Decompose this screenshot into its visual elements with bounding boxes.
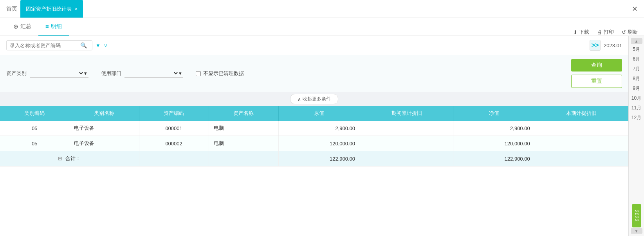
cell-net-value: 2,900.00 <box>453 121 535 136</box>
refresh-icon: ↺ <box>622 29 626 35</box>
home-nav[interactable]: 首页 <box>6 5 17 13</box>
cell-cat-code: 05 <box>0 121 69 136</box>
table-row: 05 电子设备 000002 电脑 120,000.00 120,000.00 <box>0 136 628 151</box>
search-wrap[interactable]: 🔍 <box>6 40 92 50</box>
table-row: 05 电子设备 000001 电脑 2,900.00 2,900.00 <box>0 121 628 136</box>
filter-bar: 🔍 ▼ ∨ >> 2023.01 <box>0 36 628 55</box>
sidebar-month[interactable]: 5月 <box>631 45 641 54</box>
dept-chevron-icon: ▾ <box>179 70 182 76</box>
hide-cleared-wrap[interactable]: 不显示已清理数据 <box>196 70 244 77</box>
print-action[interactable]: 🖨 打印 <box>597 29 614 36</box>
cell-asset-code: 000002 <box>139 136 209 151</box>
filter-actions: 查询 重置 <box>571 59 622 88</box>
hide-cleared-label: 不显示已清理数据 <box>203 70 244 77</box>
filter-icon: ▼ <box>96 43 101 48</box>
total-original-value: 122,900.00 <box>278 151 360 166</box>
sidebar-year: 2023 <box>632 204 641 227</box>
col-net-value: 净值 <box>453 106 535 121</box>
sidebar-scroll-up[interactable]: ▲ <box>631 38 642 44</box>
print-label: 打印 <box>604 29 614 36</box>
summary-icon: ⊛ <box>13 23 18 30</box>
col-current-depreciation: 本期计提折旧 <box>535 106 628 121</box>
cell-original-value: 120,000.00 <box>278 136 360 151</box>
cell-accum-dep <box>360 121 453 136</box>
tab-summary[interactable]: ⊛ 汇总 <box>6 18 38 36</box>
sub-tabs-bar: ⊛ 汇总 ≡ 明细 ⬇ 下载 🖨 打印 ↺ 刷新 <box>0 18 644 36</box>
asset-type-select-wrap[interactable]: ▾ <box>30 69 88 78</box>
dept-field: 使用部门 ▾ <box>101 69 183 78</box>
cell-asset-code: 000001 <box>139 121 209 136</box>
reset-button[interactable]: 重置 <box>571 75 622 88</box>
collapse-icon: ∧ <box>298 97 301 102</box>
tab-actions: ⬇ 下载 🖨 打印 ↺ 刷新 <box>573 29 638 36</box>
tab-label: 固定资产折旧统计表 <box>26 5 72 13</box>
col-cat-code: 类别编码 <box>0 106 69 121</box>
date-nav-btn[interactable]: >> <box>590 40 601 51</box>
cell-cat-name: 电子设备 <box>69 136 139 151</box>
total-icon-cell: ⊞ 合计： <box>0 151 139 166</box>
cell-net-value: 120,000.00 <box>453 136 535 151</box>
dept-select[interactable] <box>126 70 179 77</box>
download-icon: ⬇ <box>573 29 577 35</box>
dept-label: 使用部门 <box>101 70 121 77</box>
filter-chevron-icon: ∨ <box>104 43 108 48</box>
tab-summary-label: 汇总 <box>20 23 31 30</box>
detail-icon: ≡ <box>45 23 49 30</box>
hide-cleared-checkbox[interactable] <box>196 71 201 76</box>
col-original-value: 原值 <box>278 106 360 121</box>
print-icon: 🖨 <box>597 29 602 35</box>
sidebar-month[interactable]: 8月 <box>631 74 641 84</box>
download-label: 下载 <box>579 29 589 36</box>
sidebar-month[interactable]: 10月 <box>631 93 641 103</box>
table-container: 类别编码 类别名称 资产编码 资产名称 原值 期初累计折旧 净值 本期计提折旧 … <box>0 106 628 236</box>
total-label: 合计： <box>65 156 81 161</box>
search-input[interactable] <box>10 43 80 48</box>
cell-current-dep <box>535 136 628 151</box>
refresh-label: 刷新 <box>628 29 638 36</box>
sidebar-month[interactable]: 12月 <box>631 113 641 123</box>
cell-asset-name: 电脑 <box>209 136 278 151</box>
cell-cat-name: 电子设备 <box>69 121 139 136</box>
col-asset-name: 资产名称 <box>209 106 278 121</box>
sidebar-month[interactable]: 9月 <box>631 84 641 93</box>
collapse-bar: ∧ 收起更多条件 <box>0 92 628 106</box>
asset-type-chevron-icon: ▾ <box>84 70 87 76</box>
total-accum-dep <box>360 151 453 166</box>
collapse-label: 收起更多条件 <box>303 96 331 102</box>
total-net-value: 122,900.00 <box>453 151 535 166</box>
asset-type-field: 资产类别 ▾ <box>6 69 88 78</box>
sidebar-month[interactable]: 7月 <box>631 64 641 74</box>
total-row: ⊞ 合计： 122,900.00 122,900.00 <box>0 151 628 166</box>
sidebar-month[interactable]: 6月 <box>631 54 641 64</box>
total-empty1 <box>139 151 209 166</box>
query-button[interactable]: 查询 <box>571 59 622 72</box>
data-table: 类别编码 类别名称 资产编码 资产名称 原值 期初累计折旧 净值 本期计提折旧 … <box>0 106 628 166</box>
asset-type-label: 资产类别 <box>6 70 27 77</box>
more-filter-btn[interactable]: ▼ ∨ <box>96 43 108 48</box>
cell-asset-name: 电脑 <box>209 121 278 136</box>
col-asset-code: 资产编码 <box>139 106 209 121</box>
sidebar-scroll-down[interactable]: ▼ <box>631 228 642 234</box>
tab-close-icon[interactable]: × <box>75 6 78 12</box>
tab-detail[interactable]: ≡ 明细 <box>38 18 69 36</box>
search-icon: 🔍 <box>80 42 87 48</box>
date-label: 2023.01 <box>604 43 622 48</box>
cell-accum-dep <box>360 136 453 151</box>
cell-current-dep <box>535 121 628 136</box>
window-close-icon[interactable]: ✕ <box>632 5 638 13</box>
refresh-action[interactable]: ↺ 刷新 <box>622 29 638 36</box>
sidebar-month[interactable]: 11月 <box>631 103 641 113</box>
main-tab[interactable]: 固定资产折旧统计表 × <box>20 0 83 18</box>
total-current-dep <box>535 151 628 166</box>
tab-detail-label: 明细 <box>51 23 62 30</box>
collapse-button[interactable]: ∧ 收起更多条件 <box>290 94 338 104</box>
total-empty2 <box>209 151 278 166</box>
download-action[interactable]: ⬇ 下载 <box>573 29 589 36</box>
ext-filter: 资产类别 ▾ 使用部门 ▾ 不显示已清理数 <box>0 55 628 92</box>
col-accum-depreciation: 期初累计折旧 <box>360 106 453 121</box>
asset-type-select[interactable] <box>31 70 84 77</box>
total-icon: ⊞ <box>58 156 62 161</box>
col-cat-name: 类别名称 <box>69 106 139 121</box>
dept-select-wrap[interactable]: ▾ <box>124 69 183 78</box>
cell-cat-code: 05 <box>0 136 69 151</box>
